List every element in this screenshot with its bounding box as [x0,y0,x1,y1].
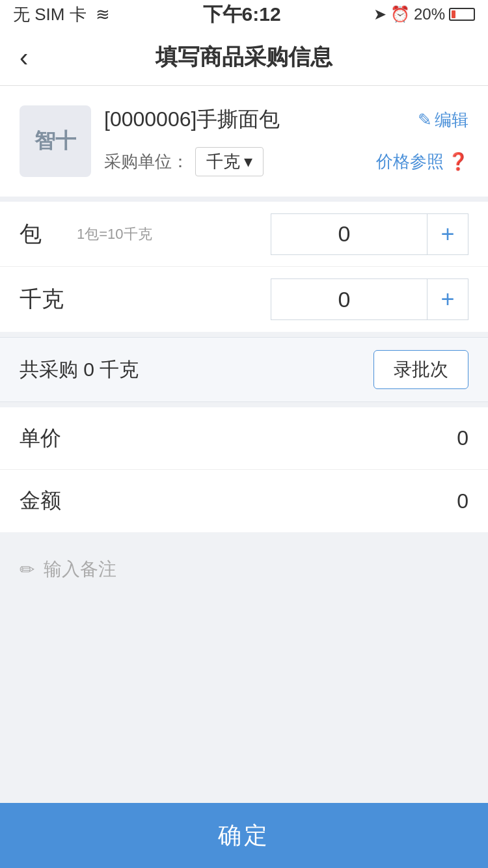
help-icon: ❓ [448,152,468,172]
notes-input[interactable]: ✏ 输入备注 [20,557,468,582]
product-unit-row: 采购单位： 千克 ▾ 价格参照 ❓ [104,147,468,176]
summary-row: 共采购 0 千克 录批次 [0,337,488,402]
battery-percent: 20% [414,5,445,23]
kg-quantity-row: 千克 + [0,267,488,332]
record-batch-button[interactable]: 录批次 [373,350,468,389]
kg-label: 千克 [20,284,72,314]
unit-price-row: 单价 0 [0,407,488,470]
unit-price-label: 单价 [20,424,61,453]
amount-label: 金额 [20,487,61,515]
product-name: [0000006]手撕面包 [104,105,280,134]
summary-text: 共采购 0 千克 [20,357,139,383]
kg-controls: + [271,278,468,320]
edit-label: 编辑 [435,109,468,131]
price-reference-button[interactable]: 价格参照 ❓ [376,150,468,173]
product-image: 智十 [20,105,91,177]
price-section: 单价 0 金额 0 [0,407,488,532]
unit-select[interactable]: 千克 ▾ [195,147,264,176]
unit-value: 千克 [206,150,240,173]
bag-sublabel: 1包=10千克 [77,224,152,244]
notes-placeholder: 输入备注 [44,557,116,582]
confirm-button[interactable]: 确定 [0,803,488,868]
product-card: 智十 [0000006]手撕面包 ✎ 编辑 采购单位： 千克 ▾ 价格参照 ❓ [0,86,488,202]
status-right: ➤ ⏰ 20% [373,5,475,23]
alarm-icon: ⏰ [390,5,410,23]
back-button[interactable]: ‹ [20,44,28,70]
battery-icon [449,8,475,21]
bag-label: 包 [20,219,72,249]
product-info: [0000006]手撕面包 ✎ 编辑 采购单位： 千克 ▾ 价格参照 ❓ [104,105,468,176]
pencil-icon: ✏ [20,559,34,580]
nav-bar: ‹ 填写商品采购信息 [0,29,488,86]
kg-input[interactable] [271,278,427,320]
bag-quantity-row: 包 1包=10千克 + [0,202,488,267]
quantity-section: 包 1包=10千克 + 千克 + [0,202,488,332]
dropdown-icon: ▾ [244,152,252,172]
bag-plus-button[interactable]: + [427,213,468,255]
edit-button[interactable]: ✎ 编辑 [418,109,468,131]
status-bar: 无 SIM 卡 ≋ 下午6:12 ➤ ⏰ 20% [0,0,488,29]
kg-plus-button[interactable]: + [427,278,468,320]
location-icon: ➤ [373,5,386,23]
unit-price-value: 0 [457,426,468,450]
amount-row: 金额 0 [0,470,488,532]
bag-controls: + [271,213,468,255]
status-left: 无 SIM 卡 ≋ [13,3,110,26]
notes-section[interactable]: ✏ 输入备注 [0,537,488,694]
status-time: 下午6:12 [203,1,281,28]
amount-value: 0 [457,489,468,513]
price-ref-label: 价格参照 [376,150,444,173]
page-title: 填写商品采购信息 [156,42,332,72]
unit-label: 采购单位： 千克 ▾ [104,147,264,176]
product-logo: 智十 [34,127,76,156]
edit-icon: ✎ [418,110,432,130]
product-top-row: [0000006]手撕面包 ✎ 编辑 [104,105,468,134]
bag-input[interactable] [271,213,427,255]
